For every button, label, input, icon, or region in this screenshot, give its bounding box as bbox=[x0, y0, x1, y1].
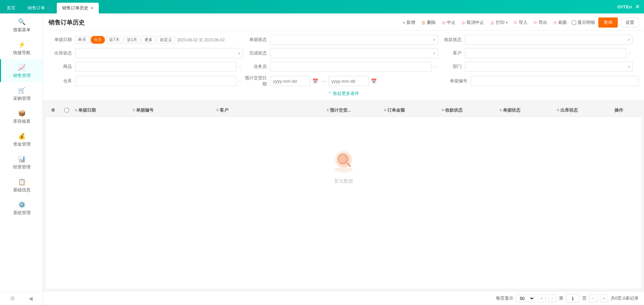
delivery-date-start-input[interactable] bbox=[270, 76, 310, 86]
th-customer[interactable]: ⇅ 客户 bbox=[213, 107, 323, 113]
filter-salesman-group: 业务员 ··· bbox=[243, 62, 438, 72]
th-date[interactable]: ⇅ 单据日期 bbox=[72, 107, 130, 113]
page-input[interactable] bbox=[566, 294, 579, 302]
delivery-date-end-calendar-icon[interactable]: 📅 bbox=[370, 78, 377, 84]
page-nav-prev[interactable]: ‹ bbox=[548, 294, 556, 302]
th-pay-status[interactable]: ⇅ 收款状态 bbox=[439, 107, 497, 113]
customer-label: 客户 bbox=[438, 50, 465, 56]
th-pay-label: 收款状态 bbox=[445, 107, 463, 113]
export-button[interactable]: ⟳ 导出 bbox=[532, 19, 549, 26]
sidebar-item-base-info[interactable]: 📋基础信息 bbox=[0, 174, 43, 196]
filter-row-1: 单据日期 昨天 今天 近7天 近1月 更多 自定义 2023-06-02 至 2… bbox=[48, 35, 639, 45]
delete-button[interactable]: 🗑 删除 bbox=[420, 19, 437, 26]
page-nav-first[interactable]: « bbox=[538, 294, 546, 302]
sidebar-item-sales-mgmt[interactable]: 📈销售管理 bbox=[0, 59, 43, 82]
date-btn-custom[interactable]: 自定义 bbox=[157, 36, 175, 44]
filter-row-2: 出库状态 ▾ 完成状态 ▾ 客户 bbox=[48, 48, 639, 58]
th-amount[interactable]: ⇅ 订单金额 bbox=[381, 107, 439, 113]
sidebar-item-sys-mgmt[interactable]: ⚙️系统管理 bbox=[0, 196, 43, 219]
page-jump-label: 第 bbox=[559, 295, 563, 301]
bill-status-select[interactable]: ▾ bbox=[270, 35, 438, 45]
tab-close-sales-order[interactable]: ✕ bbox=[47, 6, 50, 10]
stop-icon: ⊘ bbox=[442, 20, 445, 25]
date-label: 单据日期 bbox=[48, 37, 75, 43]
sidebar-label-base-info: 基础信息 bbox=[13, 187, 31, 193]
date-dash: — bbox=[320, 79, 327, 84]
topbar-close-icon[interactable]: ✕ bbox=[635, 3, 640, 10]
select-all-checkbox[interactable] bbox=[65, 108, 69, 112]
tab-home[interactable]: 首页 bbox=[1, 3, 21, 13]
date-btn-today[interactable]: 今天 bbox=[91, 36, 105, 44]
th-delivery[interactable]: ⇅ 预计交货... bbox=[324, 107, 381, 113]
sidebar-label-sys-mgmt: 系统管理 bbox=[13, 210, 31, 216]
empty-text: 暂无数据 bbox=[334, 178, 353, 184]
new-button[interactable]: + 新增 bbox=[401, 19, 417, 26]
dept-select[interactable]: ▾ bbox=[465, 62, 633, 72]
pay-status-arrow-icon: ▾ bbox=[628, 38, 630, 42]
salesman-dots-icon[interactable]: ··· bbox=[431, 64, 438, 69]
goods-input[interactable] bbox=[75, 62, 237, 72]
tab-sales-order[interactable]: 销售订单✕ bbox=[22, 3, 55, 13]
settings-button[interactable]: 设置 bbox=[621, 18, 639, 27]
complete-status-select[interactable]: ▾ bbox=[270, 48, 438, 58]
sidebar-item-inventory[interactable]: 📦库存核算 bbox=[0, 105, 43, 128]
salesman-input[interactable] bbox=[270, 62, 431, 72]
collapse-button[interactable]: ⌃ 收起更多条件 bbox=[48, 90, 639, 97]
warehouse-dots-icon[interactable]: ··· bbox=[237, 78, 243, 84]
page-nav-last[interactable]: » bbox=[600, 294, 608, 302]
th-check[interactable] bbox=[62, 108, 72, 112]
th-status-label: 单据状态 bbox=[503, 107, 520, 113]
cancel-stop-button[interactable]: ⊘ 取消中止 bbox=[460, 19, 485, 26]
out-status-label: 出库状态 bbox=[48, 50, 75, 56]
salesman-label: 业务员 bbox=[243, 64, 270, 70]
th-bill-status[interactable]: ⇅ 单据状态 bbox=[497, 107, 554, 113]
goods-dots-icon[interactable]: ··· bbox=[237, 64, 243, 69]
sidebar-item-operations[interactable]: 📊经营管理 bbox=[0, 151, 43, 174]
th-op: 操作 bbox=[612, 107, 639, 113]
page-size-select[interactable]: 20 50 100 bbox=[516, 295, 535, 302]
delivery-date-end-input[interactable] bbox=[329, 76, 369, 86]
sidebar-settings-icon[interactable]: ⚙ bbox=[10, 295, 15, 302]
bill-no-input[interactable] bbox=[471, 76, 639, 86]
empty-illustration bbox=[329, 144, 359, 174]
pay-status-select[interactable]: ▾ bbox=[465, 35, 633, 45]
warehouse-input[interactable] bbox=[75, 76, 237, 86]
th-gear[interactable]: ⚙ bbox=[48, 108, 62, 113]
tab-close-sales-order-history[interactable]: ✕ bbox=[90, 6, 93, 10]
import-button[interactable]: ⟳ 导入 bbox=[512, 19, 529, 26]
customer-input[interactable] bbox=[465, 48, 626, 58]
delivery-date-start-calendar-icon[interactable]: 📅 bbox=[312, 78, 319, 84]
tab-sales-order-history[interactable]: 销售订单历史✕ bbox=[57, 3, 99, 13]
sort-icon-customer: ⇅ bbox=[216, 108, 219, 112]
delivery-date-label: 预计交货日期 bbox=[243, 75, 270, 87]
show-detail-checkbox[interactable]: 显示明细 bbox=[572, 20, 595, 26]
stop-button[interactable]: ⊘ 中止 bbox=[440, 19, 457, 26]
sidebar-item-quick-nav[interactable]: ⚡快捷导航 bbox=[0, 36, 43, 59]
th-no[interactable]: ⇅ 单据编号 bbox=[130, 107, 214, 113]
date-btn-7days[interactable]: 近7天 bbox=[106, 36, 123, 44]
query-button[interactable]: 查询 bbox=[598, 17, 618, 28]
sidebar-collapse-icon[interactable]: ◀ bbox=[29, 295, 33, 302]
customer-dots-icon[interactable]: ··· bbox=[626, 50, 633, 56]
sidebar-item-purchase-mgmt[interactable]: 🛒采购管理 bbox=[0, 82, 43, 105]
filter-row-4: 仓库 ··· 预计交货日期 📅 — 📅 bbox=[48, 75, 639, 87]
th-out-label: 出库状态 bbox=[560, 107, 578, 113]
filter-goods-group: 商品 ··· bbox=[48, 62, 243, 72]
print-button[interactable]: 🖨 打印 ▾ bbox=[489, 19, 509, 26]
sidebar-item-search-menu[interactable]: 🔍搜索菜单 bbox=[0, 13, 43, 36]
sort-icon-delivery: ⇅ bbox=[326, 108, 329, 112]
svg-point-6 bbox=[338, 157, 343, 163]
th-amount-label: 订单金额 bbox=[387, 107, 405, 113]
date-btn-more[interactable]: 更多 bbox=[141, 36, 156, 44]
empty-state: 暂无数据 bbox=[46, 117, 641, 211]
th-out-status[interactable]: ⇅ 出库状态 bbox=[554, 107, 612, 113]
refresh-button[interactable]: ⟳ 刷新 bbox=[552, 19, 568, 26]
show-detail-input[interactable] bbox=[572, 21, 576, 25]
page-label: 页 bbox=[582, 295, 587, 301]
date-btn-1month[interactable]: 近1月 bbox=[124, 36, 140, 44]
page-nav-next[interactable]: › bbox=[589, 294, 597, 302]
out-status-select[interactable]: ▾ bbox=[75, 48, 243, 58]
date-btn-yesterday[interactable]: 昨天 bbox=[75, 36, 89, 44]
sidebar-item-finance[interactable]: 💰资金管理 bbox=[0, 128, 43, 151]
operations-icon: 📊 bbox=[18, 155, 26, 163]
